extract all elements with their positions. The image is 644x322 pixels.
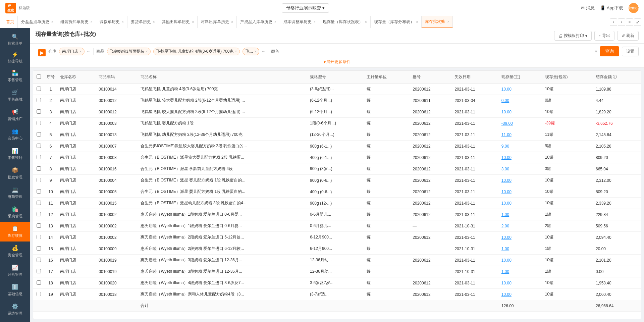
- tab-close-10[interactable]: ×: [416, 20, 418, 24]
- tab-9[interactable]: 现存量（库存状况表）×: [319, 16, 371, 28]
- row-qty-8[interactable]: 10.00: [499, 175, 542, 186]
- row-checkbox-10[interactable]: [33, 198, 44, 209]
- sidebar-item-operations[interactable]: 📈 经营管理: [0, 261, 30, 280]
- tab-1[interactable]: 分盘盘点单历史 ×: [18, 16, 57, 28]
- sidebar-item-ecommerce[interactable]: 💻 电商管理: [0, 183, 30, 203]
- export-btn[interactable]: ↑ 导出: [594, 31, 614, 41]
- row-checkbox-7[interactable]: [33, 163, 44, 175]
- sidebar-item-nav[interactable]: ⚡ 快捷导航: [0, 49, 30, 66]
- row-qty-6[interactable]: 10.00: [499, 152, 542, 163]
- tab-10[interactable]: 现存量（库存分布表）×: [371, 16, 422, 28]
- sidebar-item-purchase[interactable]: 🛍️ 采购管理: [0, 203, 30, 222]
- tab-maximize-btn[interactable]: ⤢: [634, 18, 641, 26]
- tab-close-9[interactable]: ×: [365, 20, 367, 24]
- sidebar-item-system[interactable]: ⚙️ 系统管理: [0, 300, 30, 319]
- row-qty-11[interactable]: 1.00: [499, 209, 542, 220]
- row-checkbox-3[interactable]: [33, 118, 44, 129]
- sidebar-item-search[interactable]: 🔍 搜索菜单: [0, 31, 30, 49]
- tab-close-2[interactable]: ×: [91, 20, 93, 24]
- row-qty-13[interactable]: 10.00: [499, 232, 542, 243]
- query-btn[interactable]: 查询: [600, 46, 619, 56]
- product-tag-1[interactable]: 飞鹤奶粉3段两提装 ×: [107, 48, 151, 55]
- sidebar-item-retail-stats[interactable]: 📊 零售统计: [0, 144, 30, 164]
- tab-4[interactable]: 要货单历史 ×: [127, 16, 159, 28]
- row-checkbox-16[interactable]: [33, 266, 44, 277]
- row-checkbox-12[interactable]: [33, 220, 44, 232]
- sidebar-item-finance[interactable]: 💰 资金管理: [0, 241, 30, 261]
- row-qty-15[interactable]: 10.00: [499, 255, 542, 266]
- message-btn[interactable]: ✉ 消息: [581, 5, 595, 11]
- tab-11[interactable]: 库存批次账 ×: [422, 16, 453, 28]
- product-tag-2[interactable]: 飞鹤星飞帆 儿童奶粉 4段(3-6岁适用) 700克 ×: [153, 48, 240, 55]
- sidebar-item-marketing[interactable]: 📢 营销推广: [0, 105, 30, 125]
- warehouse-remove-btn[interactable]: ×: [79, 50, 82, 53]
- store-selector[interactable]: 母婴行业演示账套 ▾: [282, 3, 329, 13]
- row-checkbox-2[interactable]: [33, 106, 44, 118]
- row-qty-10[interactable]: 10.00: [499, 198, 542, 209]
- avatar[interactable]: demo2: [629, 3, 639, 13]
- tab-close-3[interactable]: ×: [122, 20, 124, 24]
- row-checkbox-13[interactable]: [33, 232, 44, 243]
- sidebar-item-inventory[interactable]: 📋 库存核算: [0, 222, 30, 241]
- col-checkbox-header[interactable]: [33, 71, 44, 84]
- tab-close-4[interactable]: ×: [153, 20, 155, 24]
- row-qty-12[interactable]: 2.00: [499, 220, 542, 232]
- tab-7[interactable]: 产成品入库单历史 ×: [237, 16, 280, 28]
- product-tag-2-remove[interactable]: ×: [235, 50, 237, 53]
- row-qty-16[interactable]: 1.00: [499, 266, 542, 277]
- row-qty-1[interactable]: 0.00: [499, 95, 542, 106]
- product-tag-3[interactable]: 飞... ×: [243, 48, 259, 55]
- product-tag-1-remove[interactable]: ×: [146, 50, 148, 53]
- row-checkbox-17[interactable]: [33, 277, 44, 289]
- refresh-btn[interactable]: ↺ 刷新: [617, 31, 639, 41]
- tab-close-all-btn[interactable]: ×: [626, 18, 633, 26]
- row-checkbox-18[interactable]: [33, 289, 44, 300]
- expand-conditions-btn[interactable]: ▾ 展开更多条件: [324, 59, 351, 65]
- row-qty-17[interactable]: 10.00: [499, 277, 542, 289]
- sidebar-item-retail-mall[interactable]: 🛒 零售商城: [0, 86, 30, 105]
- tab-2[interactable]: 组装拆卸单历史 ×: [57, 16, 96, 28]
- color-dropdown-icon[interactable]: ▾: [595, 49, 597, 54]
- tab-close-7[interactable]: ×: [274, 20, 276, 24]
- row-checkbox-9[interactable]: [33, 186, 44, 198]
- tab-5[interactable]: 其他出库单历史 ×: [158, 16, 198, 28]
- row-checkbox-14[interactable]: [33, 243, 44, 255]
- filter-expand-btn[interactable]: ▶: [38, 49, 46, 56]
- row-checkbox-15[interactable]: [33, 255, 44, 266]
- tab-prev-btn[interactable]: ‹: [610, 18, 617, 26]
- warehouse-tag[interactable]: 南岸门店 ×: [59, 48, 85, 55]
- settings-btn[interactable]: 设置: [622, 47, 639, 56]
- product-tag-3-remove[interactable]: ×: [254, 50, 256, 53]
- print-template-btn[interactable]: 🖨 按模板打印 ▾: [554, 31, 592, 41]
- row-qty-9[interactable]: 10.00: [499, 186, 542, 198]
- row-qty-4[interactable]: 11.00: [499, 129, 542, 141]
- tab-next-btn[interactable]: ›: [618, 18, 625, 26]
- row-checkbox-11[interactable]: [33, 209, 44, 220]
- row-checkbox-8[interactable]: [33, 175, 44, 186]
- row-checkbox-1[interactable]: [33, 95, 44, 106]
- row-qty-14[interactable]: 1.00: [499, 243, 542, 255]
- row-qty-18[interactable]: 10.00: [499, 289, 542, 300]
- row-checkbox-6[interactable]: [33, 152, 44, 163]
- tab-close-11[interactable]: ×: [447, 20, 449, 23]
- tab-close-5[interactable]: ×: [192, 20, 194, 24]
- row-qty-0[interactable]: 10.00: [499, 84, 542, 95]
- select-all-checkbox[interactable]: [37, 74, 41, 79]
- tab-close-6[interactable]: ×: [231, 20, 233, 24]
- row-checkbox-5[interactable]: [33, 141, 44, 152]
- sidebar-item-retail-mgmt[interactable]: 🏪 零售管理: [0, 66, 30, 86]
- sidebar-item-collaboration[interactable]: 🤝 企业协同: [0, 319, 30, 322]
- app-download-btn[interactable]: 📱 App下载: [600, 5, 623, 11]
- sidebar-item-members[interactable]: 👥 会员中心: [0, 125, 30, 144]
- row-checkbox-0[interactable]: [33, 84, 44, 95]
- row-checkbox-4[interactable]: [33, 129, 44, 141]
- row-qty-3[interactable]: -39.00: [499, 118, 542, 129]
- tab-6[interactable]: 材料出库单历史 ×: [198, 16, 237, 28]
- tab-close-1[interactable]: ×: [51, 20, 53, 24]
- tab-3[interactable]: 调拨单历史 ×: [96, 16, 127, 28]
- row-qty-2[interactable]: 10.00: [499, 106, 542, 118]
- tab-home[interactable]: 首页: [3, 16, 18, 28]
- sidebar-item-basic-info[interactable]: ℹ️ 基础信息: [0, 280, 30, 300]
- row-qty-7[interactable]: 3.00: [499, 163, 542, 175]
- sidebar-item-wholesale[interactable]: 📦 批发管理: [0, 164, 30, 183]
